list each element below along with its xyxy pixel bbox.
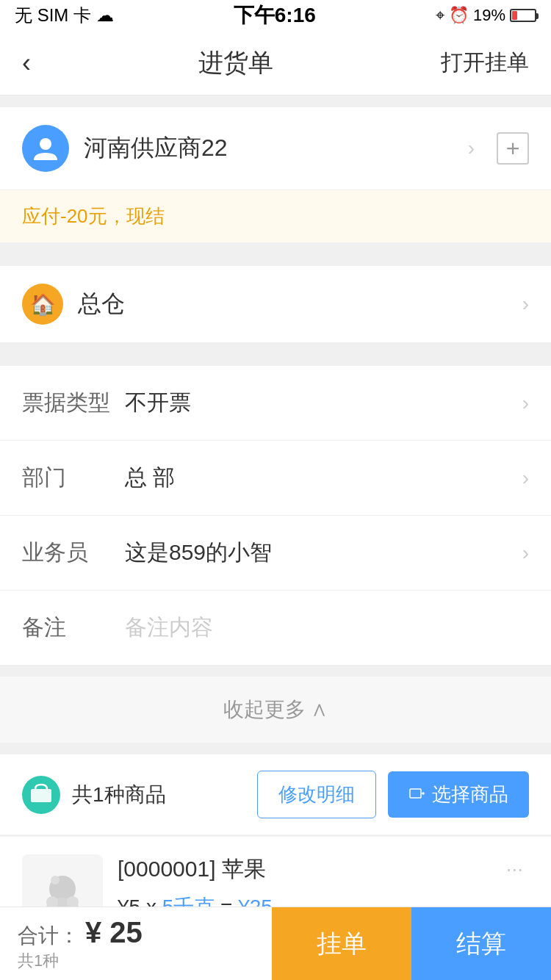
department-row[interactable]: 部门 总 部 › [0,441,551,516]
select-product-icon [408,786,426,804]
supplier-name: 河南供应商22 [84,132,468,165]
supplier-arrow-icon: › [468,137,475,160]
total-amount: ¥ 25 [85,916,143,949]
ticket-type-row[interactable]: 票据类型 不开票 › [0,366,551,441]
select-product-label: 选择商品 [432,782,508,807]
product-more-button[interactable]: ··· [500,854,529,884]
department-arrow: › [522,466,529,490]
department-value: 总 部 [125,463,522,493]
products-count: 共1种商品 [72,781,257,809]
warehouse-section: 🏠 总仓 › [0,266,551,342]
footer-total-row: 合计： ¥ 25 [18,916,254,950]
hang-order-button[interactable]: 挂单 [272,907,411,980]
collapse-bar[interactable]: 收起更多 ∧ [0,677,551,743]
spacer-1 [0,96,551,107]
supplier-section: 河南供应商22 › + 应付-20元，现结 [0,107,551,242]
ticket-type-value: 不开票 [125,388,522,418]
select-product-button[interactable]: 选择商品 [388,771,529,818]
warehouse-name: 总仓 [78,288,522,320]
status-right: ⌖ ⏰ 19% [436,6,536,25]
product-name: [0000001] 苹果 [118,854,500,884]
open-pending-button[interactable]: 打开挂单 [441,48,529,78]
footer-total: 合计： ¥ 25 共1种 [0,907,272,980]
warehouse-arrow-icon: › [522,292,529,316]
product-title: 苹果 [222,857,266,881]
supplier-row[interactable]: 河南供应商22 › + [0,107,551,190]
battery-percent: 19% [473,6,505,25]
footer: 合计： ¥ 25 共1种 挂单 结算 [0,907,551,980]
salesperson-label: 业务员 [22,538,125,568]
status-left: 无 SIM 卡 ☁ [15,4,114,27]
page-title: 进货单 [198,46,273,80]
add-supplier-button[interactable]: + [497,132,529,165]
salesperson-arrow: › [522,541,529,565]
salesperson-value: 这是859的小智 [125,538,522,568]
svg-rect-1 [31,789,51,802]
salesperson-row[interactable]: 业务员 这是859的小智 › [0,516,551,591]
products-icon [22,776,60,814]
alarm-icon: ⏰ [449,6,469,25]
location-icon: ⌖ [436,6,444,25]
product-code: [0000001] [118,857,215,881]
department-label: 部门 [22,463,125,493]
total-label: 合计： [18,922,79,950]
warehouse-icon: 🏠 [22,284,63,325]
status-time: 下午6:16 [234,1,316,29]
ticket-type-label: 票据类型 [22,388,125,418]
sim-status: 无 SIM 卡 ☁ [15,4,114,27]
status-bar: 无 SIM 卡 ☁ 下午6:16 ⌖ ⏰ 19% [0,0,551,31]
nav-bar: ‹ 进货单 打开挂单 [0,31,551,96]
spacer-2 [0,254,551,266]
ticket-type-arrow: › [522,392,529,415]
cart-icon [29,783,53,807]
remark-label: 备注 [22,613,125,643]
battery-icon [510,9,536,22]
spacer-3 [0,354,551,366]
form-section: 票据类型 不开票 › 部门 总 部 › 业务员 这是859的小智 › 备注 备注… [0,366,551,665]
person-icon [32,135,59,162]
svg-rect-2 [410,789,421,798]
supplier-avatar [22,125,69,172]
checkout-button[interactable]: 结算 [411,907,551,980]
remark-input[interactable]: 备注内容 [125,613,529,643]
warehouse-row[interactable]: 🏠 总仓 › [0,266,551,342]
back-button[interactable]: ‹ [22,48,31,79]
spacer-4 [0,743,551,754]
svg-point-0 [40,138,51,150]
credit-notice: 应付-20元，现结 [0,190,551,242]
modify-detail-button[interactable]: 修改明细 [257,771,376,818]
remark-row[interactable]: 备注 备注内容 [0,591,551,665]
products-header: 共1种商品 修改明细 选择商品 [0,754,551,835]
svg-point-6 [51,876,60,884]
footer-sub: 共1种 [18,950,254,972]
